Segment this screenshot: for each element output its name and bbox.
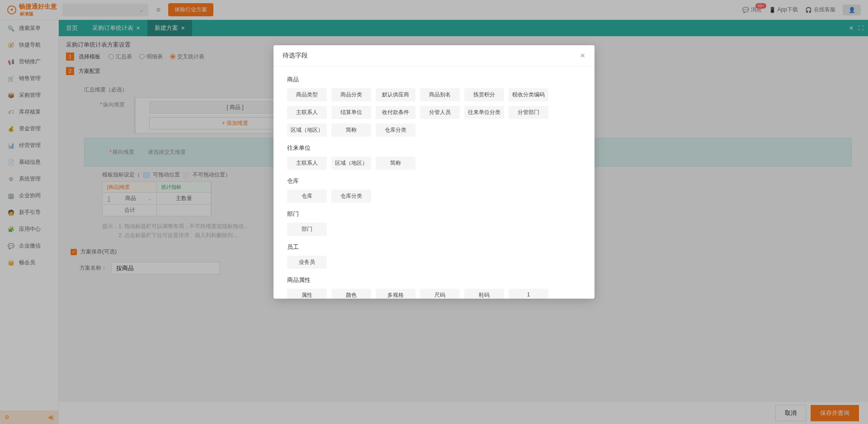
modal-overlay[interactable] [0,0,868,20]
